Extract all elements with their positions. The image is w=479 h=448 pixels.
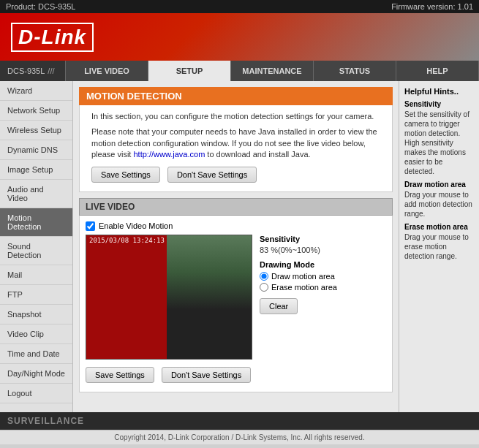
- sidebar-item-audio-video[interactable]: Audio and Video: [0, 180, 72, 208]
- bottom-dont-save-button[interactable]: Don't Save Settings: [162, 367, 251, 383]
- sidebar-item-snapshot[interactable]: Snapshot: [0, 305, 72, 324]
- sensitivity-value: 83 %(0%~100%): [260, 246, 337, 254]
- clear-button[interactable]: Clear: [260, 298, 298, 314]
- draw-motion-radio[interactable]: [260, 272, 268, 281]
- brand-label: SURVEILLANCE: [7, 416, 84, 426]
- hint-sensitivity-title: Sensitivity: [404, 100, 474, 108]
- cam-timestamp: 2015/03/08 13:24:13: [89, 237, 165, 244]
- cam-scene: [167, 235, 252, 359]
- top-dont-save-button[interactable]: Don't Save Settings: [167, 167, 257, 183]
- nav-product-tab[interactable]: DCS-935L ///: [0, 61, 66, 81]
- content-area: MOTION DETECTION In this section, you ca…: [73, 81, 399, 412]
- drawing-mode-label: Drawing Mode: [260, 260, 337, 269]
- sidebar-item-mail[interactable]: Mail: [0, 265, 72, 285]
- sidebar-item-sound-detection[interactable]: Sound Detection: [0, 237, 72, 265]
- live-video-header: LIVE VIDEO: [79, 198, 393, 216]
- sidebar-item-wizard[interactable]: Wizard: [0, 81, 72, 101]
- sidebar-item-image-setup[interactable]: Image Setup: [0, 160, 72, 180]
- copyright: Copyright 2014, D-Link Corporation / D-L…: [0, 430, 479, 444]
- hint-erase-title: Erase motion area: [404, 223, 474, 231]
- bottom-btn-row: Save Settings Don't Save Settings: [86, 367, 386, 383]
- sidebar-item-motion-detection[interactable]: Motion Detection: [0, 208, 72, 237]
- sensitivity-label: Sensitivity: [260, 235, 337, 243]
- sidebar-item-ftp[interactable]: FTP: [0, 285, 72, 305]
- main-layout: Wizard Network Setup Wireless Setup Dyna…: [0, 81, 479, 412]
- hints-panel: Helpful Hints.. Sensitivity Set the sens…: [399, 81, 479, 412]
- nav-tabs: DCS-935L /// LIVE VIDEO SETUP MAINTENANC…: [0, 61, 479, 81]
- sidebar-item-wireless-setup[interactable]: Wireless Setup: [0, 121, 72, 140]
- enable-video-motion-label: Enable Video Motion: [99, 221, 173, 230]
- bottom-save-button[interactable]: Save Settings: [86, 367, 154, 383]
- hint-erase-text: Drag your mouse to erase motion detectio…: [404, 232, 474, 261]
- sidebar-item-day-night[interactable]: Day/Night Mode: [0, 364, 72, 384]
- description1: In this section, you can configure the m…: [91, 111, 380, 122]
- java-link[interactable]: http://www.java.com: [133, 150, 205, 159]
- enable-video-motion-checkbox[interactable]: [86, 221, 95, 231]
- tab-setup[interactable]: SETUP: [148, 61, 231, 81]
- top-bar: Product: DCS-935L Firmware version: 1.01: [0, 0, 479, 13]
- tab-help[interactable]: HELP: [396, 61, 479, 81]
- sidebar: Wizard Network Setup Wireless Setup Dyna…: [0, 81, 73, 412]
- sidebar-item-network-setup[interactable]: Network Setup: [0, 101, 72, 121]
- video-controls-row: 2015/03/08 13:24:13 Sensitivity 83 %(0%~…: [86, 235, 386, 360]
- section-body: In this section, you can configure the m…: [79, 105, 393, 192]
- sensitivity-range: %(0%~100%): [271, 246, 320, 254]
- sidebar-item-video-clip[interactable]: Video Clip: [0, 324, 72, 344]
- draw-motion-row: Draw motion area: [260, 272, 337, 281]
- live-video-body: Enable Video Motion 2015/03/08 13:24:13 …: [79, 216, 393, 392]
- header: D-Link: [0, 13, 479, 61]
- section-title: MOTION DETECTION: [79, 87, 393, 105]
- firmware-label: Firmware version: 1.01: [391, 2, 473, 11]
- erase-motion-label: Erase motion area: [271, 283, 337, 292]
- logo: D-Link: [11, 23, 94, 52]
- tab-live-video[interactable]: LIVE VIDEO: [66, 61, 148, 81]
- erase-motion-radio[interactable]: [260, 283, 268, 292]
- draw-motion-label: Draw motion area: [271, 272, 335, 281]
- hint-sensitivity-text: Set the sensitivity of camera to trigger…: [404, 110, 474, 176]
- hint-draw-text: Drag your mouse to add motion detection …: [404, 190, 474, 219]
- controls-panel: Sensitivity 83 %(0%~100%) Drawing Mode D…: [260, 235, 337, 314]
- top-btn-row: Save Settings Don't Save Settings: [91, 167, 380, 183]
- cam-red-overlay: [86, 235, 167, 360]
- hint-draw-title: Draw motion area: [404, 181, 474, 189]
- tab-maintenance[interactable]: MAINTENANCE: [231, 61, 314, 81]
- top-save-button[interactable]: Save Settings: [91, 167, 160, 183]
- erase-motion-row: Erase motion area: [260, 283, 337, 292]
- enable-row: Enable Video Motion: [86, 221, 386, 231]
- product-label: Product: DCS-935L: [6, 2, 75, 11]
- sidebar-item-logout[interactable]: Logout: [0, 384, 72, 403]
- hints-title: Helpful Hints..: [404, 87, 474, 96]
- footer-brand: SURVEILLANCE: [0, 412, 479, 430]
- sidebar-item-dynamic-dns[interactable]: Dynamic DNS: [0, 140, 72, 160]
- tab-status[interactable]: STATUS: [314, 61, 396, 81]
- camera-feed: 2015/03/08 13:24:13: [86, 235, 252, 360]
- description2: Please note that your computer needs to …: [91, 126, 380, 160]
- sidebar-item-time-date[interactable]: Time and Date: [0, 344, 72, 364]
